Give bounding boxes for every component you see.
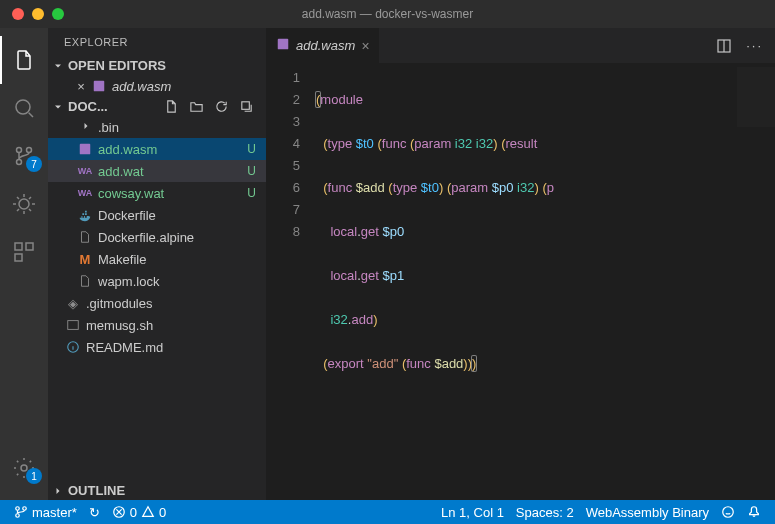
wasm-file-icon: [276, 37, 290, 54]
svg-point-8: [21, 465, 27, 471]
file-add-wasm[interactable]: add.wasm U: [48, 138, 266, 160]
git-status: U: [247, 142, 256, 156]
split-editor-icon[interactable]: [716, 38, 732, 54]
explorer-activity[interactable]: [0, 36, 48, 84]
git-status: U: [247, 186, 256, 200]
wasm-file-icon: [90, 79, 108, 93]
new-file-icon[interactable]: [164, 99, 179, 114]
svg-rect-14: [278, 39, 289, 50]
folder-actions: [164, 99, 262, 114]
chevron-right-icon: [80, 120, 92, 135]
editor: add.wasm × ··· 1 2 3 4 5 6 7 8 (module (…: [266, 28, 775, 500]
open-editors-section[interactable]: OPEN EDITORS: [48, 56, 266, 75]
open-editors-label: OPEN EDITORS: [68, 58, 166, 73]
file-add-wat[interactable]: WA add.wat U: [48, 160, 266, 182]
file-wapm-lock[interactable]: wapm.lock: [48, 270, 266, 292]
svg-rect-12: [68, 321, 79, 330]
notifications-button[interactable]: [741, 500, 767, 524]
file-dockerfile-alpine[interactable]: Dockerfile.alpine: [48, 226, 266, 248]
explorer-sidebar: EXPLORER OPEN EDITORS × add.wasm DOC...: [48, 28, 266, 500]
chevron-down-icon: [52, 60, 64, 72]
svg-point-1: [17, 148, 22, 153]
open-editor-item[interactable]: × add.wasm: [48, 75, 266, 97]
file-gitmodules[interactable]: ◈ .gitmodules: [48, 292, 266, 314]
close-icon[interactable]: ×: [72, 79, 90, 94]
line-gutter: 1 2 3 4 5 6 7 8: [266, 67, 316, 500]
warning-icon: [141, 505, 155, 519]
editor-tab[interactable]: add.wasm ×: [266, 28, 380, 63]
svg-point-4: [19, 199, 29, 209]
maximize-window-button[interactable]: [52, 8, 64, 20]
svg-point-0: [16, 100, 30, 114]
branch-icon: [14, 505, 28, 519]
svg-rect-10: [242, 102, 250, 110]
bug-icon: [12, 192, 36, 216]
file-icon: [76, 230, 94, 244]
wasm-file-icon: [76, 142, 94, 156]
search-activity[interactable]: [0, 84, 48, 132]
indent-status[interactable]: Spaces: 2: [510, 500, 580, 524]
tab-label: add.wasm: [296, 38, 355, 53]
folder-label: DOC...: [68, 99, 108, 114]
file-dockerfile[interactable]: Dockerfile: [48, 204, 266, 226]
svg-point-2: [27, 148, 32, 153]
file-memusg[interactable]: memusg.sh: [48, 314, 266, 336]
close-tab-button[interactable]: ×: [361, 38, 369, 54]
line-number: 7: [266, 199, 300, 221]
problems-status[interactable]: 0 0: [106, 500, 172, 524]
editor-tabs: add.wasm × ···: [266, 28, 775, 63]
minimap[interactable]: [737, 67, 775, 127]
outline-section[interactable]: OUTLINE: [48, 481, 266, 500]
debug-activity[interactable]: [0, 180, 48, 228]
language-mode[interactable]: WebAssembly Binary: [580, 500, 715, 524]
open-editor-label: add.wasm: [112, 79, 266, 94]
wat-file-icon: WA: [76, 166, 94, 176]
more-actions-icon[interactable]: ···: [746, 38, 763, 53]
line-number: 3: [266, 111, 300, 133]
code-editor[interactable]: 1 2 3 4 5 6 7 8 (module (type $t0 (func …: [266, 63, 775, 500]
smile-icon: [721, 505, 735, 519]
settings-activity[interactable]: 1: [0, 444, 48, 492]
minimize-window-button[interactable]: [32, 8, 44, 20]
activity-bar: 7 1: [0, 28, 48, 500]
feedback-button[interactable]: [715, 500, 741, 524]
collapse-all-icon[interactable]: [239, 99, 254, 114]
sync-icon: ↻: [89, 505, 100, 520]
folder-section[interactable]: DOC...: [48, 97, 266, 116]
scm-badge: 7: [26, 156, 42, 172]
refresh-icon[interactable]: [214, 99, 229, 114]
git-status: U: [247, 164, 256, 178]
file-cowsay-wat[interactable]: WA cowsay.wat U: [48, 182, 266, 204]
chevron-right-icon: [52, 485, 64, 497]
close-window-button[interactable]: [12, 8, 24, 20]
new-folder-icon[interactable]: [189, 99, 204, 114]
explorer-title: EXPLORER: [48, 28, 266, 56]
folder-bin[interactable]: .bin: [48, 116, 266, 138]
files-icon: [12, 48, 36, 72]
file-label: cowsay.wat: [98, 186, 247, 201]
svg-rect-5: [15, 243, 22, 250]
svg-rect-6: [26, 243, 33, 250]
svg-point-20: [723, 507, 734, 518]
source-control-activity[interactable]: 7: [0, 132, 48, 180]
line-number: 2: [266, 89, 300, 111]
line-number: 5: [266, 155, 300, 177]
file-label: README.md: [86, 340, 266, 355]
makefile-icon: M: [76, 252, 94, 267]
extensions-activity[interactable]: [0, 228, 48, 276]
settings-badge: 1: [26, 468, 42, 484]
branch-status[interactable]: master*: [8, 500, 83, 524]
outline-label: OUTLINE: [68, 483, 125, 498]
file-readme[interactable]: README.md: [48, 336, 266, 358]
file-label: Makefile: [98, 252, 266, 267]
warning-count: 0: [159, 505, 166, 520]
sync-button[interactable]: ↻: [83, 500, 106, 524]
cursor-position[interactable]: Ln 1, Col 1: [435, 500, 510, 524]
line-number: 4: [266, 133, 300, 155]
file-icon: [76, 274, 94, 288]
file-makefile[interactable]: M Makefile: [48, 248, 266, 270]
folder-label: .bin: [98, 120, 119, 135]
file-label: .gitmodules: [86, 296, 266, 311]
extensions-icon: [12, 240, 36, 264]
wat-file-icon: WA: [76, 188, 94, 198]
